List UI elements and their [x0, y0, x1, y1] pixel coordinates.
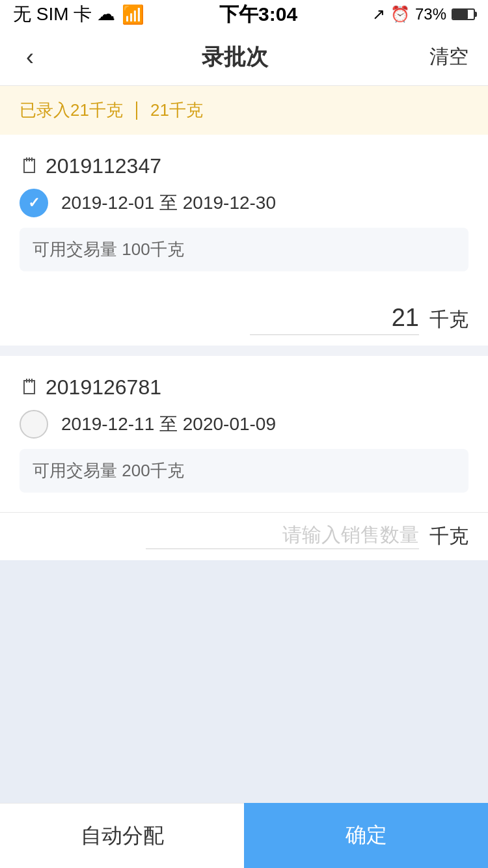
- section-divider: [0, 346, 488, 356]
- batch-2-input-unit: 千克: [429, 523, 468, 550]
- batch-2-quantity: 可用交易量 200千克: [20, 449, 468, 493]
- batch-1-date: 2019-12-01 至 2019-12-30: [61, 191, 276, 215]
- recorded-label: 已录入21千克: [20, 99, 123, 122]
- batch-item-2: 🗒 2019126781 2019-12-11 至 2020-01-09 可用交…: [0, 356, 488, 512]
- batch-2-radio[interactable]: [20, 410, 48, 439]
- battery-icon: [452, 8, 475, 20]
- batch-1-radio[interactable]: ✓: [20, 189, 48, 217]
- back-button[interactable]: ‹: [20, 37, 40, 77]
- confirm-button[interactable]: 确定: [244, 803, 488, 868]
- doc-icon-2: 🗒: [20, 375, 40, 400]
- check-icon: ✓: [28, 195, 40, 211]
- batch-1-number: 2019112347: [46, 154, 161, 178]
- no-sim-text: 无 SIM 卡 ☁: [13, 2, 115, 27]
- battery-percent: 73%: [415, 5, 446, 23]
- batch-2-date: 2019-12-11 至 2020-01-09: [61, 412, 276, 437]
- status-time: 下午3:04: [219, 1, 297, 28]
- quantity-input[interactable]: [146, 524, 419, 549]
- batch-2-date-row: 2019-12-11 至 2020-01-09: [20, 410, 468, 439]
- page-title: 录批次: [202, 42, 268, 72]
- status-bar: 无 SIM 卡 ☁ 📶 下午3:04 ↗ ⏰ 73%: [0, 0, 488, 29]
- status-right: ↗ ⏰ 73%: [372, 5, 475, 23]
- info-bar-divider: [136, 102, 137, 120]
- batch-1-header: 🗒 2019112347: [20, 154, 468, 178]
- alarm-icon: ⏰: [390, 5, 410, 23]
- footer: 自动分配 确定: [0, 803, 488, 868]
- batch-1-amount-unit: 千克: [429, 306, 468, 333]
- total-label: 21千克: [150, 99, 203, 122]
- batch-1-date-row: ✓ 2019-12-01 至 2019-12-30: [20, 189, 468, 217]
- batch-2-number: 2019126781: [46, 375, 161, 400]
- doc-icon-1: 🗒: [20, 154, 40, 178]
- wifi-icon: 📶: [122, 4, 144, 25]
- status-left: 无 SIM 卡 ☁ 📶: [13, 2, 144, 27]
- batch-1-amount-row: 21 千克: [0, 291, 488, 335]
- auto-distribute-button[interactable]: 自动分配: [0, 803, 244, 868]
- quantity-input-wrap: [146, 524, 419, 549]
- batch-2-header: 🗒 2019126781: [20, 375, 468, 400]
- location-icon: ↗: [372, 5, 385, 23]
- nav-bar: ‹ 录批次 清空: [0, 29, 488, 86]
- clear-button[interactable]: 清空: [429, 44, 468, 70]
- batch-1-amount-value: 21: [392, 304, 419, 331]
- spacer-1: [0, 335, 488, 346]
- batch-2-input-row: 千克: [0, 512, 488, 560]
- batch-1-quantity: 可用交易量 100千克: [20, 228, 468, 271]
- bottom-area: [0, 560, 488, 840]
- info-bar: 已录入21千克 21千克: [0, 86, 488, 135]
- batch-item-1: 🗒 2019112347 ✓ 2019-12-01 至 2019-12-30 可…: [0, 135, 488, 291]
